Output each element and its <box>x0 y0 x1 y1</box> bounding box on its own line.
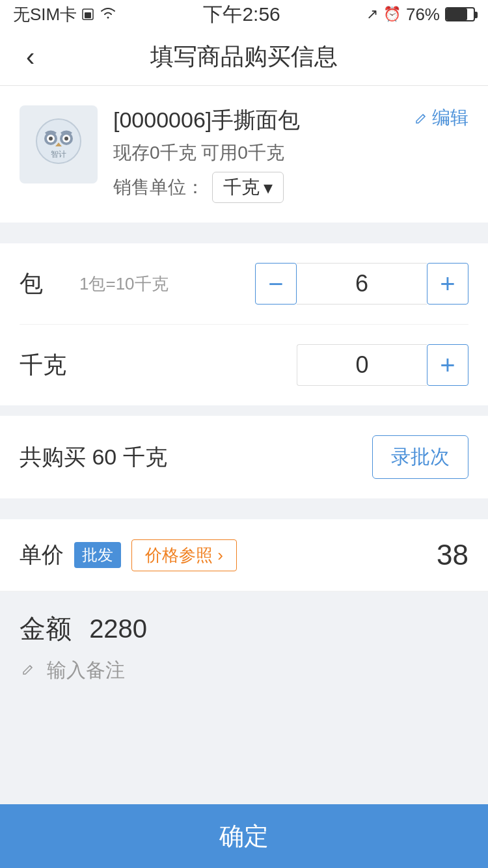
edit-label: 编辑 <box>432 105 468 130</box>
page-title: 填写商品购买信息 <box>150 41 338 73</box>
sim-icon <box>82 5 94 25</box>
amount-value: 2280 <box>89 614 147 643</box>
amount-section: 金额 2280 输入备注 <box>0 591 488 703</box>
battery-text: 76% <box>406 5 440 25</box>
confirm-button[interactable]: 确定 <box>0 804 488 868</box>
product-logo: 智计 <box>35 118 82 172</box>
kilogram-input[interactable] <box>297 344 427 386</box>
wifi-icon <box>99 5 117 25</box>
location-icon: ↗ <box>366 6 378 23</box>
product-unit-row: 销售单位： 千克 ▾ <box>113 172 468 203</box>
price-row: 单价 批发 价格参照 › 38 <box>20 539 468 571</box>
svg-point-7 <box>49 137 53 141</box>
product-image: 智计 <box>20 105 98 183</box>
product-info: [0000006]手撕面包 编辑 现存0千克 可用0千克 销售单位： 千克 ▾ <box>113 105 468 203</box>
price-label: 单价 <box>20 540 64 570</box>
status-bar: 无SIM卡 下午2:56 ↗ ⏰ 76% <box>0 0 488 29</box>
edit-button[interactable]: 编辑 <box>414 105 468 130</box>
battery-icon <box>445 7 475 21</box>
carrier-text: 无SIM卡 <box>13 3 77 26</box>
note-icon <box>20 658 39 683</box>
package-hint: 1包=10千克 <box>79 273 255 295</box>
price-ref-button[interactable]: 价格参照 › <box>131 539 237 571</box>
package-increment-button[interactable]: + <box>427 263 468 305</box>
package-control: − + <box>255 263 468 305</box>
divider-1 <box>0 233 488 243</box>
product-name: [0000006]手撕面包 <box>113 105 300 135</box>
product-card: 智计 [0000006]手撕面包 编辑 现存0千克 可用0千克 销售单位： <box>0 86 488 223</box>
back-button[interactable]: ‹ <box>20 36 41 78</box>
quantity-section: 包 1包=10千克 − + 千克 + <box>0 243 488 405</box>
unit-label: 销售单位： <box>113 175 204 200</box>
price-value: 38 <box>437 539 468 571</box>
package-input[interactable] <box>297 263 427 305</box>
nav-bar: ‹ 填写商品购买信息 <box>0 29 488 86</box>
svg-text:智计: 智计 <box>51 150 66 159</box>
unit-value: 千克 <box>223 175 260 200</box>
kilogram-control: + <box>297 344 468 386</box>
unit-dropdown-icon: ▾ <box>264 177 273 198</box>
status-left: 无SIM卡 <box>13 3 117 26</box>
total-text: 共购买 60 千克 <box>20 442 167 472</box>
edit-icon <box>414 110 429 126</box>
amount-label: 金额 <box>20 614 72 643</box>
kilogram-label: 千克 <box>20 349 72 381</box>
package-row: 包 1包=10千克 − + <box>20 243 468 325</box>
package-decrement-button[interactable]: − <box>255 263 297 305</box>
unit-select[interactable]: 千克 ▾ <box>212 172 284 203</box>
price-tag: 批发 <box>74 542 121 568</box>
price-section: 单价 批发 价格参照 › 38 <box>0 519 488 591</box>
kilogram-row: 千克 + <box>20 325 468 405</box>
total-section: 共购买 60 千克 录批次 <box>0 416 488 498</box>
svg-point-8 <box>64 137 68 141</box>
price-left: 单价 批发 价格参照 › <box>20 539 237 571</box>
batch-button[interactable]: 录批次 <box>372 435 468 479</box>
status-time: 下午2:56 <box>203 1 280 28</box>
svg-rect-1 <box>85 12 91 18</box>
kilogram-increment-button[interactable]: + <box>427 344 468 386</box>
note-placeholder: 输入备注 <box>47 657 125 684</box>
amount-row: 金额 2280 <box>20 611 468 647</box>
alarm-icon: ⏰ <box>383 6 401 23</box>
product-title-row: [0000006]手撕面包 编辑 <box>113 105 468 135</box>
divider-3 <box>0 509 488 519</box>
divider-2 <box>0 405 488 416</box>
note-row[interactable]: 输入备注 <box>20 657 468 684</box>
status-right: ↗ ⏰ 76% <box>366 5 475 25</box>
product-stock: 现存0千克 可用0千克 <box>113 141 468 165</box>
package-label: 包 <box>20 268 72 300</box>
